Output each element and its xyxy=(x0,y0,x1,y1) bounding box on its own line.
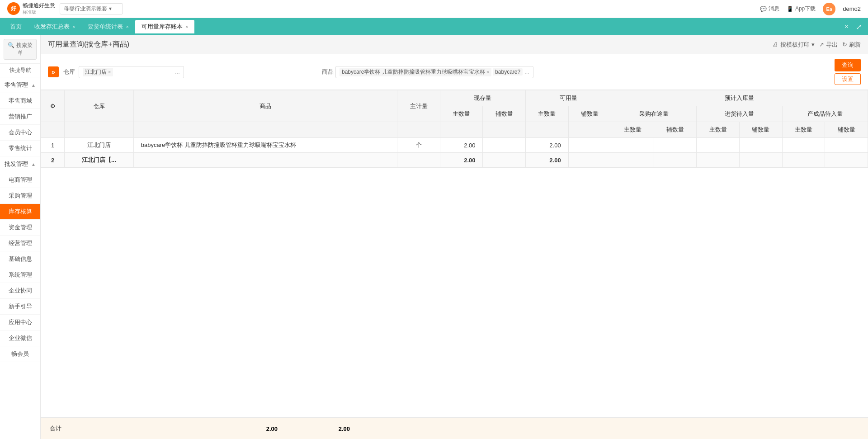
chevron-down-icon: ▾ xyxy=(109,5,112,12)
tab-order-stats[interactable]: 要货单统计表 × xyxy=(81,20,135,33)
row-inc-main xyxy=(697,138,740,153)
th-unit: 主计量 xyxy=(397,90,440,122)
main-layout: 🔍 搜索菜单 快捷导航 零售管理 ▲ 零售商城 营销推广 会员中心 零售统计 批… xyxy=(0,35,868,439)
subtotal-avail-main: 2.00 xyxy=(526,153,569,168)
th-current-main-qty: 主数量 xyxy=(440,106,483,122)
industry-selector[interactable]: 母婴行业演示账套 ▾ xyxy=(60,3,123,14)
commodity-tags: babycare学饮杯 儿童防摔防撞吸管杯重力球吸嘴杯宝宝水杯 × babyca… xyxy=(340,68,523,76)
sidebar-item-basic-info[interactable]: 基础信息 xyxy=(0,251,40,267)
th-warehouse: 仓库 xyxy=(65,90,134,122)
tab-available-stock-close[interactable]: × xyxy=(185,24,188,29)
sidebar-item-system[interactable]: 系统管理 xyxy=(0,267,40,283)
warehouse-tag-1: 江北门店 × xyxy=(83,68,113,76)
row-avail-main: 2.00 xyxy=(526,138,569,153)
app-icon: 📱 xyxy=(787,6,793,12)
warehouse-tag-1-remove[interactable]: × xyxy=(108,69,111,75)
commodity-input[interactable]: babycare学饮杯 儿童防摔防撞吸管杯重力球吸嘴杯宝宝水杯 × babyca… xyxy=(335,66,533,78)
sidebar-item-wechat-work[interactable]: 企业微信 xyxy=(0,330,40,346)
sidebar-item-marketing[interactable]: 营销推广 xyxy=(0,109,40,125)
row-inc-aux xyxy=(740,138,783,153)
table-footer: 合计 2.00 2.00 xyxy=(41,417,868,439)
tab-close-all[interactable]: × xyxy=(842,22,851,32)
tab-expand[interactable]: ⤢ xyxy=(853,22,864,32)
export-icon: ↗ xyxy=(819,41,824,48)
tab-available-stock-label: 可用量库存账本 xyxy=(142,23,183,31)
tab-receive-send-close[interactable]: × xyxy=(72,24,75,29)
sidebar-item-members[interactable]: 会员中心 xyxy=(0,125,40,141)
subtotal-proc-main xyxy=(611,153,654,168)
tab-receive-send-label: 收发存汇总表 xyxy=(34,23,70,31)
subtotal-prod-aux xyxy=(825,153,868,168)
app-download-btn[interactable]: 📱 App下载 xyxy=(787,5,816,13)
print-icon: 🖨 xyxy=(773,41,778,48)
logo-sub: 标准版 xyxy=(23,9,55,15)
message-icon: 💬 xyxy=(760,6,767,12)
refresh-icon: ↻ xyxy=(842,41,847,48)
tab-receive-send[interactable]: 收发存汇总表 × xyxy=(28,20,81,33)
row-current-aux xyxy=(483,138,526,153)
tab-available-stock[interactable]: 可用量库存账本 × xyxy=(135,20,194,33)
sidebar: 🔍 搜索菜单 快捷导航 零售管理 ▲ 零售商城 营销推广 会员中心 零售统计 批… xyxy=(0,35,41,439)
sidebar-item-enterprise-collab[interactable]: 企业协同 xyxy=(0,283,40,299)
filter-commodity-group: 商品 babycare学饮杯 儿童防摔防撞吸管杯重力球吸嘴杯宝宝水杯 × bab… xyxy=(322,66,830,78)
sidebar-group-retail-header[interactable]: 零售管理 ▲ xyxy=(0,77,40,93)
tab-order-stats-label: 要货单统计表 xyxy=(88,23,123,31)
th-planned-in: 预计入库量 xyxy=(611,90,868,106)
export-btn[interactable]: ↗ 导出 xyxy=(819,41,838,49)
sidebar-item-ecommerce[interactable]: 电商管理 xyxy=(0,172,40,188)
sidebar-item-procurement[interactable]: 采购管理 xyxy=(0,188,40,204)
sidebar-item-finance[interactable]: 资金管理 xyxy=(0,220,40,236)
sidebar-search-btn[interactable]: 🔍 搜索菜单 xyxy=(4,39,37,60)
sidebar-item-inventory[interactable]: 库存核算 xyxy=(0,204,40,220)
sidebar-item-retail-stats[interactable]: 零售统计 xyxy=(0,141,40,156)
subtotal-proc-aux xyxy=(654,153,697,168)
sidebar-group-wholesale: 批发管理 ▲ xyxy=(0,156,40,172)
th-current-stock: 现存量 xyxy=(440,90,525,106)
sidebar-quick-nav[interactable]: 快捷导航 xyxy=(0,64,40,77)
th-proc-aux: 辅数量 xyxy=(654,122,697,138)
tab-home[interactable]: 首页 xyxy=(4,20,28,33)
industry-label: 母婴行业演示账套 xyxy=(64,5,107,13)
row-current-main: 2.00 xyxy=(440,138,483,153)
subtotal-warehouse: 江北门店【... xyxy=(65,153,134,168)
row-unit: 个 xyxy=(397,138,440,153)
warehouse-input[interactable]: 江北门店 × ... xyxy=(79,66,184,78)
row-avail-aux xyxy=(568,138,611,153)
message-label: 消息 xyxy=(769,5,779,13)
user-avatar: Ea xyxy=(823,3,835,15)
tab-bar: 首页 收发存汇总表 × 要货单统计表 × 可用量库存账本 × × ⤢ xyxy=(0,18,868,35)
user-name: demo2 xyxy=(843,5,861,12)
settings-button[interactable]: 设置 xyxy=(835,73,861,85)
th-settings: ⚙ xyxy=(41,90,65,122)
print-btn[interactable]: 🖨 按模板打印 ▾ xyxy=(773,41,815,49)
message-btn[interactable]: 💬 消息 xyxy=(760,5,779,13)
commodity-tag-1: babycare学饮杯 儿童防摔防撞吸管杯重力球吸嘴杯宝宝水杯 × xyxy=(340,68,491,76)
query-button[interactable]: 查询 xyxy=(835,59,861,71)
filter-toggle-btn[interactable]: » xyxy=(48,66,59,77)
sidebar-item-app-center[interactable]: 应用中心 xyxy=(0,315,40,330)
warehouse-tags: 江北门店 × xyxy=(83,68,173,76)
sidebar-item-operations[interactable]: 经营管理 xyxy=(0,236,40,251)
subtotal-current-aux xyxy=(483,153,526,168)
subtotal-prod-main xyxy=(782,153,825,168)
chevron-up-icon: ▲ xyxy=(31,83,36,88)
subtotal-commodity xyxy=(133,153,397,168)
th-inc-main: 主数量 xyxy=(697,122,740,138)
th-avail-main-qty: 主数量 xyxy=(526,106,569,122)
logo-text: 畅捷通好生意 xyxy=(23,2,55,9)
commodity-label: 商品 xyxy=(322,68,334,76)
th-procurement-label: 采购在途量 xyxy=(611,106,697,122)
subtotal-inc-aux xyxy=(740,153,783,168)
row-proc-aux xyxy=(654,138,697,153)
gear-icon[interactable]: ⚙ xyxy=(50,103,56,109)
sidebar-item-retail-mall[interactable]: 零售商城 xyxy=(0,93,40,109)
warehouse-more[interactable]: ... xyxy=(175,69,180,76)
sidebar-item-new-guide[interactable]: 新手引导 xyxy=(0,299,40,315)
commodity-tag-1-remove[interactable]: × xyxy=(486,69,489,75)
th-commodity: 商品 xyxy=(133,90,397,122)
commodity-more[interactable]: ... xyxy=(524,69,529,76)
refresh-btn[interactable]: ↻ 刷新 xyxy=(842,41,861,49)
sidebar-item-member-service[interactable]: 畅会员 xyxy=(0,346,40,362)
tab-order-stats-close[interactable]: × xyxy=(126,24,128,29)
sidebar-group-wholesale-header[interactable]: 批发管理 ▲ xyxy=(0,156,40,172)
